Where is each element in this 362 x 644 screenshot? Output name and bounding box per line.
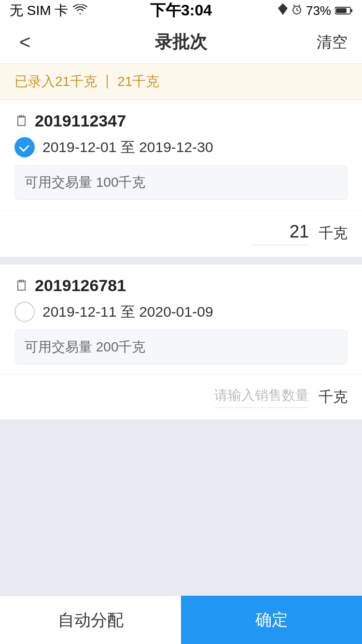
svg-line-3 [297,10,298,11]
batch-1-date: 2019-12-01 至 2019-12-30 [42,138,213,157]
status-right: 73% [278,3,352,18]
batch-item-2: 🗒 2019126781 2019-12-11 至 2020-01-09 可用交… [0,265,362,420]
batch-2-date: 2019-12-11 至 2020-01-09 [42,302,213,322]
bottom-bar: 自动分配 确定 [0,596,362,644]
auto-distribute-button[interactable]: 自动分配 [0,596,181,644]
batch-2-date-row[interactable]: 2019-12-11 至 2020-01-09 [14,302,348,322]
batch-2-available-wrap: 可用交易量 200千克 [14,330,348,374]
back-button[interactable]: < [14,27,35,58]
svg-line-5 [299,5,300,6]
batch-1-id-row: 🗒 2019112347 [14,112,348,130]
batch-1-available: 可用交易量 100千克 [14,165,348,200]
svg-rect-7 [350,9,352,12]
wifi-icon [73,3,87,18]
batch-2-available: 可用交易量 200千克 [14,330,348,364]
batch-1-quantity-row: 21 千克 [0,210,362,257]
status-time: 下午3:04 [150,0,212,21]
battery-icon [335,3,352,18]
svg-line-4 [293,5,295,6]
batch-1-input-wrapper[interactable]: 21 [251,222,309,245]
batch-1-quantity-value[interactable]: 21 [251,222,309,242]
batch-2-unit: 千克 [319,387,348,407]
info-banner: 已录入21千克 21千克 [0,64,362,100]
batch-2-id: 2019126781 [35,276,126,295]
section-separator [0,257,362,265]
alarm-icon [292,3,302,18]
nav-bar: < 录批次 清空 [0,21,362,64]
clear-button[interactable]: 清空 [317,32,348,53]
batch-1-radio[interactable] [14,137,35,157]
batch-2-quantity-row: 请输入销售数量 千克 [0,374,362,420]
batch-2-placeholder[interactable]: 请输入销售数量 [214,386,309,405]
info-divider [107,75,108,88]
batch-2-doc-icon: 🗒 [14,278,29,294]
status-bar: 无 SIM 卡 下午3:04 73% [0,0,362,21]
info-value: 21千克 [117,72,159,91]
batch-item-1-header-section: 🗒 2019112347 2019-12-01 至 2019-12-30 可用交… [0,100,362,210]
info-label: 已录入21千克 [14,72,97,91]
batch-2-radio[interactable] [14,302,35,322]
location-icon [278,3,288,18]
batch-item-2-header-section: 🗒 2019126781 2019-12-11 至 2020-01-09 可用交… [0,265,362,374]
battery-text: 73% [306,3,331,18]
status-left: 无 SIM 卡 [10,1,87,20]
batch-item-1: 🗒 2019112347 2019-12-01 至 2019-12-30 可用交… [0,100,362,257]
batch-1-id: 2019112347 [35,112,126,130]
batch-1-available-wrap: 可用交易量 100千克 [14,165,348,210]
batch-2-input-wrapper[interactable]: 请输入销售数量 [214,386,309,408]
batch-2-id-row: 🗒 2019126781 [14,276,348,295]
batch-1-date-row[interactable]: 2019-12-01 至 2019-12-30 [14,137,348,157]
page-title: 录批次 [155,30,207,54]
svg-rect-8 [336,8,347,13]
batch-1-unit: 千克 [319,224,348,243]
batch-1-doc-icon: 🗒 [14,113,29,129]
confirm-button[interactable]: 确定 [181,596,362,644]
svg-marker-0 [278,3,288,15]
carrier-text: 无 SIM 卡 [10,1,68,20]
